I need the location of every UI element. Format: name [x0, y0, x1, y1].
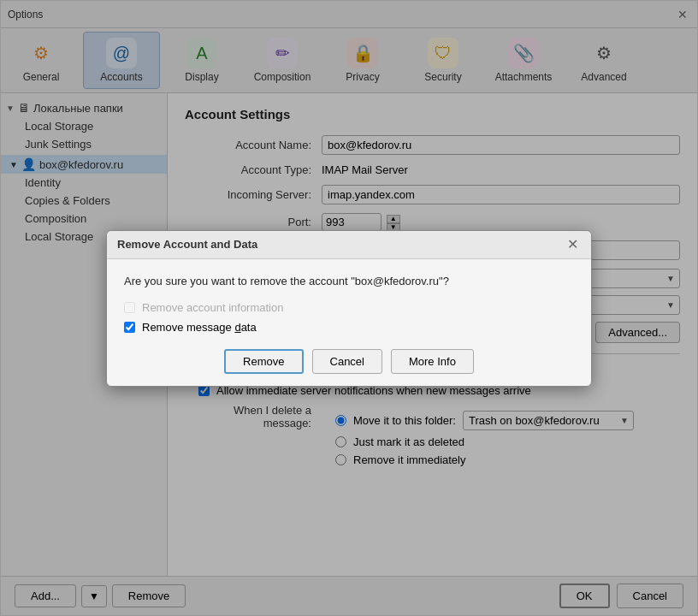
dialog-cancel-button[interactable]: Cancel [312, 349, 382, 374]
overlay: Remove Account and Data ✕ Are you sure y… [1, 1, 697, 615]
dialog-more-info-button[interactable]: More Info [391, 349, 474, 374]
remove-account-dialog: Remove Account and Data ✕ Are you sure y… [106, 230, 592, 387]
remove-message-data-checkbox[interactable] [124, 322, 135, 333]
dialog-message: Are you sure you want to remove the acco… [124, 275, 574, 287]
remove-message-data-label: Remove message data [142, 321, 257, 334]
dialog-close-button[interactable]: ✕ [564, 236, 581, 253]
dialog-remove-button[interactable]: Remove [224, 349, 303, 374]
remove-account-info-checkbox[interactable] [124, 302, 135, 313]
dialog-title: Remove Account and Data [117, 238, 257, 251]
remove-account-info-row: Remove account information [124, 301, 574, 314]
remove-account-info-label: Remove account information [142, 301, 283, 314]
dialog-buttons: Remove Cancel More Info [124, 349, 574, 374]
remove-message-data-row: Remove message data [124, 321, 574, 334]
dialog-body: Are you sure you want to remove the acco… [107, 259, 591, 386]
dialog-titlebar: Remove Account and Data ✕ [107, 231, 591, 259]
main-window: Options ✕ ⚙ General @ Accounts A Display… [0, 0, 698, 616]
